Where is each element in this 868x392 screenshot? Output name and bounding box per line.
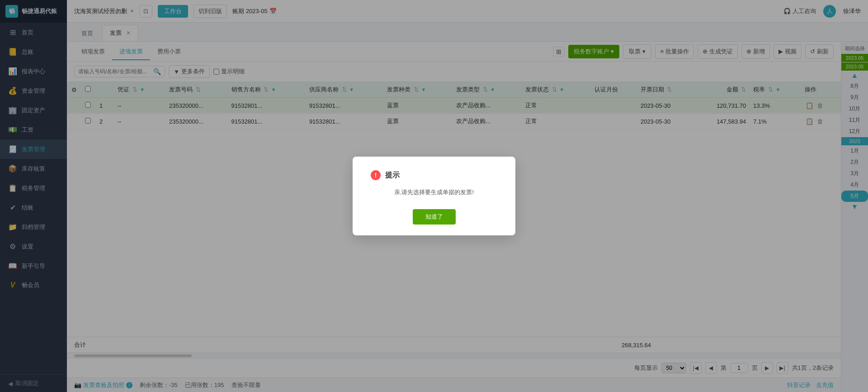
modal-dialog: ! 提示 亲,请先选择要生成单据的发票! 知道了 — [353, 157, 515, 235]
modal-body: 亲,请先选择要生成单据的发票! — [371, 188, 497, 196]
modal-title: 提示 — [385, 171, 400, 180]
modal-header: ! 提示 — [371, 170, 497, 180]
modal-footer: 知道了 — [371, 209, 497, 225]
modal-message: 亲,请先选择要生成单据的发票! — [394, 189, 474, 196]
confirm-button[interactable]: 知道了 — [413, 209, 456, 225]
warning-icon: ! — [371, 170, 381, 180]
modal-overlay: ! 提示 亲,请先选择要生成单据的发票! 知道了 — [0, 0, 868, 392]
confirm-label: 知道了 — [425, 213, 443, 220]
